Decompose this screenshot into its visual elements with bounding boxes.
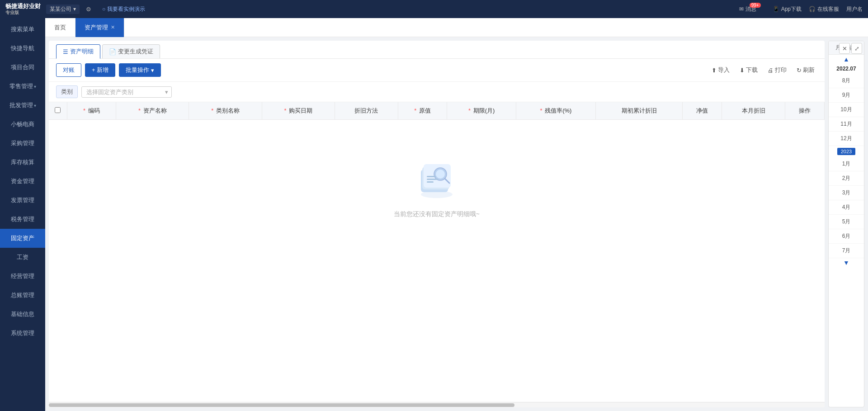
- year-2022-label: 2022.07: [829, 64, 864, 74]
- cloud-icon: ○: [102, 6, 105, 12]
- tab-asset-management[interactable]: 资产管理 ✕: [75, 18, 124, 37]
- col-monthly-depreciation: 本月折旧: [722, 102, 785, 120]
- close-panel-btn[interactable]: ✕: [839, 43, 850, 54]
- maximize-panel-btn[interactable]: ⤢: [851, 43, 862, 54]
- user-info[interactable]: 用户名: [846, 5, 863, 13]
- tab-bar: 首页 资产管理 ✕: [45, 18, 868, 37]
- horizontal-scrollbar[interactable]: [49, 402, 825, 407]
- chevron-down-icon: ▾: [151, 67, 154, 74]
- topbar-right: ✉ 消息 99+ 📱 App下载 🎧 在线客服 用户名: [739, 5, 863, 13]
- sidebar-item-tax[interactable]: 税务管理: [0, 210, 45, 229]
- col-asset-name: * 资产名称: [116, 102, 189, 120]
- topbar: 畅捷通好业财 专业版 某某公司 ▾ ⚙ ○ 我要看实例演示 ✉ 消息 99+ 📱…: [0, 0, 868, 18]
- empty-illustration: [410, 156, 464, 201]
- match-btn[interactable]: 对账: [56, 63, 81, 77]
- sub-tab-bar: ☰ 资产明细 📄 变更生成凭证: [49, 41, 825, 59]
- sidebar-item-quicknav[interactable]: 快捷导航: [0, 39, 45, 58]
- settings-icon[interactable]: ⚙: [86, 6, 91, 13]
- phone-icon: 📱: [773, 6, 779, 12]
- svg-rect-8: [427, 179, 438, 180]
- month-11[interactable]: 11月: [829, 117, 864, 132]
- col-operation: 操作: [785, 102, 824, 120]
- sidebar-item-base-info[interactable]: 基础信息: [0, 305, 45, 324]
- app-download-btn[interactable]: 📱 App下载: [773, 5, 802, 13]
- page-main: ☰ 资产明细 📄 变更生成凭证 对账 + 新增 批量操作 ▾: [49, 41, 825, 407]
- col-purchase-date: * 购买日期: [262, 102, 335, 120]
- category-select[interactable]: 选择固定资产类别: [81, 86, 172, 98]
- month-nav-up[interactable]: ▲: [829, 55, 864, 64]
- demo-link[interactable]: ○ 我要看实例演示: [102, 5, 145, 13]
- month-7[interactable]: 7月: [829, 244, 864, 258]
- col-category: * 类别名称: [189, 102, 262, 120]
- sidebar-item-invoice[interactable]: 发票管理: [0, 191, 45, 210]
- month-6[interactable]: 6月: [829, 229, 864, 244]
- refresh-btn[interactable]: ↻ 刷新: [794, 64, 817, 76]
- toolbar-right: ⬆ 导入 ⬇ 下载 🖨 打印 ↻ 刷新: [709, 64, 817, 76]
- category-select-wrap: 选择固定资产类别 ▾: [81, 86, 172, 98]
- filter-bar: 类别 选择固定资产类别 ▾: [49, 82, 825, 102]
- company-selector[interactable]: 某某公司 ▾: [46, 5, 80, 14]
- sidebar-item-finance[interactable]: 资金管理: [0, 172, 45, 191]
- sub-tab-generate-voucher[interactable]: 📄 变更生成凭证: [102, 44, 160, 58]
- month-10[interactable]: 10月: [829, 103, 864, 117]
- tab-home[interactable]: 首页: [45, 18, 75, 37]
- empty-state-row: 当前您还没有固定资产明细哦~: [49, 120, 825, 255]
- print-btn[interactable]: 🖨 打印: [765, 64, 789, 76]
- table-header-row: * 编码 * 资产名称 * 类别名称: [49, 102, 825, 120]
- message-icon: ✉: [739, 6, 744, 12]
- sidebar-item-purchase[interactable]: 采购管理: [0, 134, 45, 153]
- year-2023-badge: 2023: [837, 148, 855, 155]
- sidebar-item-project[interactable]: 项目合同: [0, 58, 45, 77]
- online-service-btn[interactable]: 🎧 在线客服: [809, 5, 839, 13]
- month-nav-down[interactable]: ▼: [829, 258, 864, 267]
- month-9[interactable]: 9月: [829, 88, 864, 103]
- add-btn[interactable]: + 新增: [85, 63, 115, 77]
- sidebar-item-ledger[interactable]: 总账管理: [0, 286, 45, 305]
- sidebar-item-operations[interactable]: 经营管理: [0, 267, 45, 286]
- month-3[interactable]: 3月: [829, 186, 864, 200]
- sidebar-item-wholesale[interactable]: 批发管理 ▾: [0, 96, 45, 115]
- sidebar-item-salary[interactable]: 工资: [0, 248, 45, 267]
- sidebar-item-ecommerce[interactable]: 小畅电商: [0, 115, 45, 134]
- batch-btn[interactable]: 批量操作 ▾: [119, 63, 161, 77]
- panel-controls: ✕ ⤢: [839, 43, 862, 54]
- download-btn[interactable]: ⬇ 下载: [737, 64, 760, 76]
- month-2[interactable]: 2月: [829, 171, 864, 186]
- close-icon[interactable]: ✕: [111, 24, 115, 30]
- sidebar-item-system[interactable]: 系统管理: [0, 324, 45, 343]
- scrollbar-thumb[interactable]: [49, 403, 514, 407]
- sidebar-item-fixed-assets[interactable]: 固定资产: [0, 229, 45, 248]
- sidebar-item-retail[interactable]: 零售管理 ▾: [0, 77, 45, 96]
- select-all-checkbox[interactable]: [55, 107, 61, 113]
- svg-rect-7: [427, 176, 436, 177]
- message-btn[interactable]: ✉ 消息 99+: [739, 5, 756, 13]
- month-4[interactable]: 4月: [829, 200, 864, 215]
- sidebar-item-inventory[interactable]: 库存核算: [0, 153, 45, 172]
- sidebar-item-search[interactable]: 搜索菜单: [0, 20, 45, 39]
- col-code: * 编码: [67, 102, 116, 120]
- month-5[interactable]: 5月: [829, 215, 864, 229]
- sidebar: 搜索菜单 快捷导航 项目合同 零售管理 ▾ 批发管理 ▾ 小畅电商 采购管理 库…: [0, 18, 45, 411]
- refresh-icon: ↻: [797, 67, 802, 74]
- toolbar: 对账 + 新增 批量操作 ▾ ⬆ 导入 ⬇ 下载: [49, 59, 825, 82]
- empty-text: 当前您还没有固定资产明细哦~: [394, 210, 480, 218]
- month-12[interactable]: 12月: [829, 132, 864, 146]
- sub-tab-asset-detail[interactable]: ☰ 资产明细: [56, 44, 100, 59]
- import-btn[interactable]: ⬆ 导入: [709, 64, 732, 76]
- col-net-value: 净值: [683, 102, 722, 120]
- col-original-value: * 原值: [398, 102, 447, 120]
- app-logo: 畅捷通好业财 专业版: [5, 3, 41, 15]
- asset-table: * 编码 * 资产名称 * 类别名称: [49, 102, 825, 402]
- inner-content: ☰ 资产明细 📄 变更生成凭证 对账 + 新增 批量操作 ▾: [45, 37, 868, 411]
- month-8[interactable]: 8月: [829, 74, 864, 88]
- month-panel: ✕ ⤢ 月份选择 ▲ 2022.07 8月 9月 10月 11月 12月 202…: [828, 41, 864, 407]
- download-icon: ⬇: [740, 67, 745, 74]
- import-icon: ⬆: [712, 67, 717, 74]
- col-accumulated-depreciation: 期初累计折旧: [595, 102, 682, 120]
- col-depreciation-method: 折旧方法: [335, 102, 398, 120]
- month-1[interactable]: 1月: [829, 157, 864, 171]
- svg-rect-9: [427, 181, 434, 183]
- empty-state: 当前您还没有固定资产明细哦~: [49, 120, 825, 255]
- category-label: 类别: [56, 85, 78, 98]
- chevron-down-icon: ▾: [73, 6, 76, 12]
